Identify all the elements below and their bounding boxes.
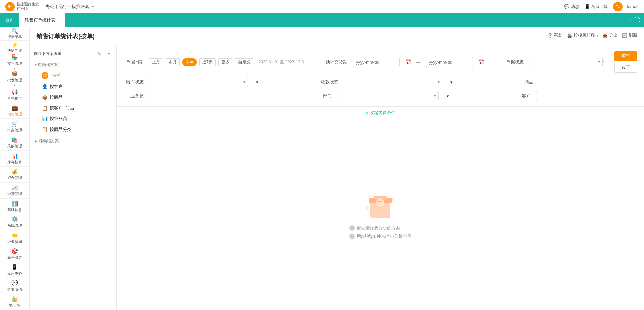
print-dropdown-icon: ▾ bbox=[597, 34, 598, 37]
app-download-label: App下载 bbox=[591, 4, 608, 10]
calendar-icon-2[interactable]: 📅 bbox=[478, 59, 484, 65]
scheme-by-goods[interactable]: 📦 按商品 bbox=[42, 92, 116, 103]
page-header: 销售订单统计表(按单) ❓ 帮助 🖨️ 按模板打印 ▾ 📤 导出 🔄 刷新 bbox=[30, 27, 644, 46]
help-button[interactable]: ❓ 帮助 bbox=[547, 32, 563, 38]
scheme-by-order[interactable]: 按 按单 bbox=[42, 70, 116, 81]
sidebar-item-sales[interactable]: 💼 销售管理 bbox=[0, 103, 29, 119]
scheme-by-category-container: 📋 按商品分类 bbox=[30, 124, 116, 135]
tab-sales-stat-label: 销售订单统计表 bbox=[25, 17, 55, 23]
operations-icon: 📈 bbox=[11, 184, 18, 191]
date-range-text: 2023-01-01 至 2023-12-31 bbox=[259, 59, 306, 65]
wholesale-icon: 📦 bbox=[11, 70, 18, 77]
export-label: 导出 bbox=[609, 32, 618, 38]
avatar: Ea bbox=[613, 2, 623, 11]
customer-more-button[interactable]: ··· bbox=[630, 93, 635, 99]
tree-mobile-expand-icon[interactable]: ▶ bbox=[35, 139, 38, 143]
expected-date-end[interactable] bbox=[426, 57, 473, 67]
message-button[interactable]: 💬 消息 bbox=[564, 4, 579, 10]
edit-scheme-button[interactable]: ✎ bbox=[96, 50, 103, 57]
payment-status-select[interactable] bbox=[344, 77, 443, 87]
query-button[interactable]: 查询 bbox=[614, 51, 637, 61]
empty-hint-1: 1 请先选择要分析的方案 bbox=[349, 225, 411, 231]
print-button[interactable]: 🖨️ 按模板打印 ▾ bbox=[567, 32, 598, 38]
scheme-by-customer[interactable]: 👤 按客户 bbox=[42, 81, 116, 92]
logo-text: 畅捷通好生意 标准版 bbox=[17, 2, 39, 11]
scheme-by-order-label: 按单 bbox=[52, 72, 61, 79]
expected-date-start[interactable] bbox=[353, 57, 400, 67]
export-button[interactable]: 📤 导出 bbox=[602, 32, 618, 38]
empty-hint-2-label: 用[过滤]条件来缩小分析范围 bbox=[357, 233, 411, 239]
goods-more-button[interactable]: ··· bbox=[630, 79, 635, 85]
tree-section-mobile: ▶ 移动端方案 bbox=[30, 136, 116, 146]
svg-point-6 bbox=[368, 195, 370, 197]
main-layout: 🔍 搜索菜单 ⚡ 快捷导航 🏪 零售管理 ▾ 📦 批发管理 ▴ 📢 营销推广 💼… bbox=[0, 27, 644, 310]
export-icon: 📤 bbox=[602, 33, 608, 38]
out-status-select[interactable] bbox=[149, 77, 248, 87]
date-btn-custom[interactable]: 自定义 bbox=[235, 58, 253, 66]
sidebar-item-marketing[interactable]: 📢 营销推广 bbox=[0, 87, 29, 103]
salesman-more-button[interactable]: ··· bbox=[243, 93, 248, 99]
user-menu[interactable]: Ea demo2 bbox=[613, 2, 639, 11]
scheme-by-customer-goods-label: 按客户+商品 bbox=[50, 105, 74, 111]
date-btn-this-year[interactable]: 本年 bbox=[182, 58, 197, 66]
refresh-button[interactable]: 🔄 刷新 bbox=[622, 32, 637, 38]
bill-status-select[interactable] bbox=[529, 57, 603, 67]
collapse-bar[interactable]: ∧ 收起更多条件 bbox=[117, 107, 644, 118]
sidebar-system-label: 系统管理 bbox=[7, 223, 22, 228]
date-btn-more[interactable]: 更多 bbox=[218, 58, 232, 66]
app-download-button[interactable]: 📱 App下载 bbox=[585, 4, 608, 10]
tab-sales-stat[interactable]: 销售订单统计表 × bbox=[19, 13, 65, 27]
top-bar-right: 💬 消息 📱 App下载 Ea demo2 bbox=[564, 2, 639, 11]
sidebar-item-apps[interactable]: 📱 应用中心 bbox=[0, 262, 29, 278]
edit-icon: ✎ bbox=[98, 51, 101, 56]
scheme-by-customer-goods[interactable]: 📋 按客户+商品 bbox=[42, 103, 116, 113]
window-minimize-button[interactable]: — bbox=[627, 17, 632, 23]
scheme-by-salesman[interactable]: 📊 按业务员 bbox=[42, 113, 116, 124]
sidebar-item-basic[interactable]: ℹ️ 基础信息 bbox=[0, 199, 29, 214]
tab-close-button[interactable]: × bbox=[57, 18, 60, 22]
sidebar-item-wechat[interactable]: 💬 企业微信 bbox=[0, 278, 29, 294]
add-scheme-button[interactable]: + bbox=[86, 50, 94, 57]
category-icon: 📋 bbox=[42, 127, 48, 132]
sidebar-quicknav-label: 快捷导航 bbox=[7, 48, 22, 53]
sidebar-item-purchase[interactable]: 🛍️ 采购管理 bbox=[0, 135, 29, 151]
sidebar-item-search[interactable]: 🔍 搜索菜单 bbox=[0, 27, 29, 41]
goods-filter-label: 商品 bbox=[513, 79, 533, 85]
top-bar: 好 畅捷通好生意 标准版 办公用品行业模拟账套 ▾ 💬 消息 📱 App下载 E… bbox=[0, 0, 644, 13]
tab-home[interactable]: 首页 bbox=[0, 13, 19, 27]
sidebar-item-quicknav[interactable]: ⚡ 快捷导航 bbox=[0, 41, 29, 54]
date-btn-this-month[interactable]: 本月 bbox=[166, 58, 180, 66]
customer-input[interactable] bbox=[536, 91, 637, 101]
dept-select[interactable] bbox=[337, 91, 438, 101]
settings-button[interactable]: 设置 bbox=[614, 63, 637, 73]
date-btn-last-month[interactable]: 上月 bbox=[149, 58, 163, 66]
customer-icon: 👤 bbox=[42, 84, 48, 89]
collapse-panel-button[interactable]: « bbox=[105, 50, 112, 57]
sidebar-item-newbie[interactable]: 🎯 新手引导 bbox=[0, 246, 29, 262]
sidebar-sales-label: 销售管理 bbox=[7, 112, 22, 117]
sidebar-item-membership[interactable]: 👑 畅会员 bbox=[0, 294, 29, 310]
hint-num-1: 1 bbox=[349, 225, 355, 231]
svg-point-4 bbox=[378, 201, 380, 202]
system-icon: ⚙️ bbox=[11, 216, 18, 222]
date-btn-7days[interactable]: 近7天 bbox=[199, 58, 216, 66]
sidebar-item-enterprise[interactable]: 🤝 企业协同 bbox=[0, 230, 29, 246]
sidebar-item-ecommerce[interactable]: 🛒 电商管理 bbox=[0, 119, 29, 135]
sidebar-item-retail[interactable]: 🏪 零售管理 ▾ bbox=[0, 54, 29, 70]
sidebar-item-finance[interactable]: 💰 资金管理 bbox=[0, 167, 29, 183]
sidebar-item-system[interactable]: ⚙️ 系统管理 bbox=[0, 214, 29, 230]
sidebar-finance-label: 资金管理 bbox=[7, 175, 22, 180]
sidebar-item-inventory[interactable]: 📊 库存核算 bbox=[0, 151, 29, 166]
sidebar-membership-label: 畅会员 bbox=[9, 303, 20, 308]
salesman-input[interactable] bbox=[149, 91, 250, 101]
window-maximize-button[interactable]: ⛶ bbox=[635, 17, 640, 23]
goods-input[interactable] bbox=[539, 77, 638, 87]
sidebar-item-wholesale[interactable]: 📦 批发管理 ▴ bbox=[0, 70, 29, 87]
sidebar-item-operations[interactable]: 📈 经营管理 bbox=[0, 183, 29, 198]
collapse-icon: « bbox=[107, 51, 110, 56]
dropdown-arrow-icon[interactable]: ▾ bbox=[92, 4, 94, 9]
calendar-icon-1[interactable]: 📅 bbox=[405, 59, 411, 65]
scheme-by-category[interactable]: 📋 按商品分类 bbox=[42, 124, 116, 135]
svg-point-3 bbox=[376, 198, 384, 206]
tree-expand-icon[interactable]: ▾ bbox=[35, 63, 37, 67]
